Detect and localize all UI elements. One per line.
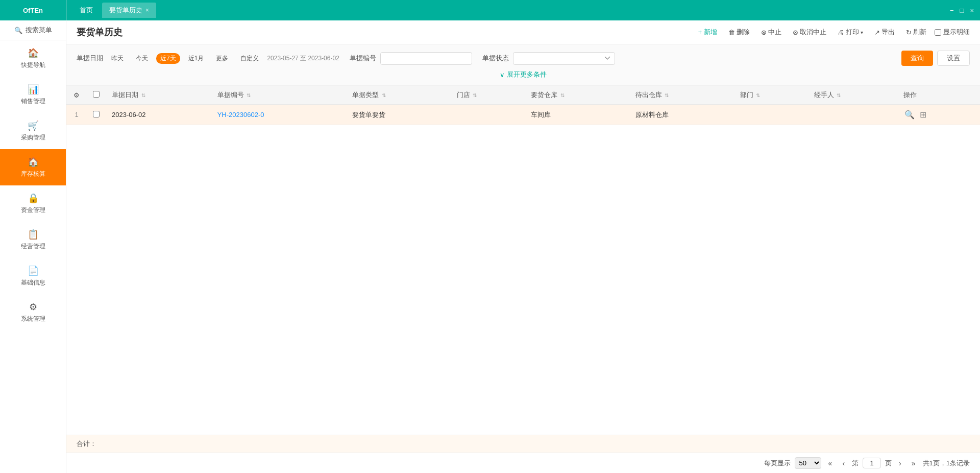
page-label: 第: [852, 459, 859, 468]
col-date: 单据日期 ⇅: [106, 86, 211, 105]
col-operation: 操作: [897, 86, 980, 105]
col-settings[interactable]: ⚙: [66, 86, 87, 105]
refresh-icon: ↻: [906, 29, 912, 36]
window-minimize-btn[interactable]: −: [950, 7, 954, 14]
col-pending-warehouse: 待出仓库 ⇅: [629, 86, 734, 105]
suspend-button[interactable]: ⊗ 中止: [758, 26, 785, 39]
sidebar-icon-operations: 📋: [28, 229, 39, 240]
sidebar-icon-finance: 🔒: [28, 193, 39, 204]
print-icon: 🖨: [838, 29, 844, 36]
sidebar-label-purchase: 采购管理: [21, 133, 45, 142]
print-dropdown-icon: ▾: [861, 30, 863, 35]
row-checkbox[interactable]: [93, 111, 100, 117]
cell-order-type: 要货单要货: [346, 105, 451, 125]
last-page-btn[interactable]: »: [909, 458, 919, 468]
col-order-type: 单据类型 ⇅: [346, 86, 451, 105]
sidebar-item-system[interactable]: ⚙ 系统管理: [0, 294, 66, 330]
col-order-no: 单据编号 ⇅: [211, 86, 346, 105]
sidebar-item-operations[interactable]: 📋 经营管理: [0, 222, 66, 258]
window-close-btn[interactable]: ×: [970, 7, 974, 14]
order-no-link[interactable]: YH-20230602-0: [217, 111, 264, 119]
sidebar-label-finance: 资金管理: [21, 206, 45, 215]
row-more-icon[interactable]: ⊞: [919, 109, 927, 121]
per-page-select[interactable]: 50 100 200: [795, 457, 821, 469]
sidebar-icon-inventory: 🏠: [28, 156, 39, 168]
table-body: 1 2023-06-02 YH-20230602-0 要货单要货 车间库 原材料…: [66, 105, 980, 125]
suspend-icon: ⊗: [761, 29, 767, 36]
sidebar-icon-basic: 📄: [28, 265, 39, 276]
export-button[interactable]: ↗ 导出: [871, 26, 898, 39]
cell-pending-warehouse: 原材料仓库: [629, 105, 734, 125]
cell-handler: [808, 105, 897, 125]
date-btn-7days[interactable]: 近7天: [156, 53, 180, 64]
filter-row: 单据日期 昨天 今天 近7天 近1月 更多 自定义 2023-05-27 至 2…: [77, 51, 970, 66]
sort-req-icon: ⇅: [560, 92, 565, 98]
cancel-suspend-button[interactable]: ⊗ 取消中止: [790, 26, 829, 39]
date-btn-custom[interactable]: 自定义: [236, 53, 263, 64]
sidebar-item-sales[interactable]: 📊 销售管理: [0, 77, 66, 113]
refresh-button[interactable]: ↻ 刷新: [903, 26, 929, 39]
expand-more[interactable]: ∨ 展开更多条件: [77, 70, 970, 79]
sidebar-item-quick-nav[interactable]: 🏠 快捷导航: [0, 40, 66, 77]
cell-date: 2023-06-02: [106, 105, 211, 125]
cell-store: [451, 105, 525, 125]
date-filter-label: 单据日期: [77, 54, 103, 63]
sidebar-item-inventory[interactable]: 🏠 库存核算: [0, 149, 66, 185]
order-no-input[interactable]: [380, 52, 472, 65]
cell-req-warehouse: 车间库: [525, 105, 629, 125]
date-filters: 昨天 今天 近7天 近1月 更多 自定义: [107, 53, 263, 64]
prev-page-btn[interactable]: ‹: [839, 458, 848, 468]
sort-store-icon: ⇅: [473, 92, 477, 98]
col-checkbox: [87, 86, 106, 105]
date-btn-more[interactable]: 更多: [212, 53, 232, 64]
toolbar: + 新增 🗑 删除 ⊗ 中止 ⊗ 取消中止 🖨 打印 ▾: [695, 26, 970, 39]
table-header-row: ⚙ 单据日期 ⇅ 单据编号 ⇅ 单据类型: [66, 86, 980, 105]
page-input[interactable]: [863, 458, 881, 468]
first-page-btn[interactable]: «: [825, 458, 836, 468]
display-toggle[interactable]: 显示明细: [935, 28, 970, 37]
cancel-suspend-icon: ⊗: [793, 29, 798, 36]
date-btn-1month[interactable]: 近1月: [184, 53, 208, 64]
sidebar-label-sales: 销售管理: [21, 97, 45, 106]
main-area: 首页 要货单历史 × − □ × 要货单历史 + 新增 🗑 删除: [66, 0, 980, 473]
data-table: ⚙ 单据日期 ⇅ 单据编号 ⇅ 单据类型: [66, 86, 980, 125]
tab-home[interactable]: 首页: [72, 3, 100, 18]
sort-type-icon: ⇅: [382, 92, 386, 98]
sidebar: OfTEn 🔍 搜索菜单 🏠 快捷导航 📊 销售管理 🛒 采购管理 🏠 库存核算…: [0, 0, 66, 473]
row-view-icon[interactable]: 🔍: [903, 109, 916, 121]
window-maximize-btn[interactable]: □: [960, 7, 964, 14]
sort-pending-icon: ⇅: [665, 92, 669, 98]
filter-area: 单据日期 昨天 今天 近7天 近1月 更多 自定义 2023-05-27 至 2…: [66, 44, 980, 86]
print-button[interactable]: 🖨 打印 ▾: [835, 26, 866, 39]
sort-dept-icon: ⇅: [756, 92, 760, 98]
sidebar-item-basic[interactable]: 📄 基础信息: [0, 258, 66, 294]
next-page-btn[interactable]: ›: [896, 458, 904, 468]
page-header: 要货单历史 + 新增 🗑 删除 ⊗ 中止 ⊗ 取消中止 🖨: [66, 20, 980, 44]
expand-icon: ∨: [500, 71, 505, 79]
search-menu[interactable]: 🔍 搜索菜单: [0, 20, 66, 40]
date-range-display: 2023-05-27 至 2023-06-02: [267, 54, 339, 63]
query-button[interactable]: 查询: [901, 51, 933, 66]
col-store: 门店 ⇅: [451, 86, 525, 105]
tab-close-icon[interactable]: ×: [145, 7, 149, 14]
export-icon: ↗: [874, 29, 880, 36]
sort-handler-icon: ⇅: [837, 92, 841, 98]
table-footer: 合计：: [66, 435, 980, 453]
new-button[interactable]: + 新增: [695, 26, 720, 39]
status-select[interactable]: [513, 52, 615, 65]
sidebar-item-finance[interactable]: 🔒 资金管理: [0, 185, 66, 222]
per-page-label: 每页显示: [764, 459, 791, 468]
date-btn-today[interactable]: 今天: [132, 53, 152, 64]
sidebar-icon-system: ⚙: [29, 301, 37, 313]
sort-date-icon: ⇅: [141, 92, 145, 98]
sidebar-item-purchase[interactable]: 🛒 采购管理: [0, 113, 66, 149]
col-handler: 经手人 ⇅: [808, 86, 897, 105]
display-toggle-checkbox[interactable]: [935, 29, 941, 36]
delete-button[interactable]: 🗑 删除: [725, 26, 753, 39]
select-all-checkbox[interactable]: [93, 91, 100, 98]
table-area: ⚙ 单据日期 ⇅ 单据编号 ⇅ 单据类型: [66, 86, 980, 435]
brand-logo: OfTEn: [0, 0, 66, 20]
tab-active[interactable]: 要货单历史 ×: [102, 3, 156, 18]
settings-button[interactable]: 设置: [937, 51, 970, 66]
date-btn-yesterday[interactable]: 昨天: [107, 53, 128, 64]
